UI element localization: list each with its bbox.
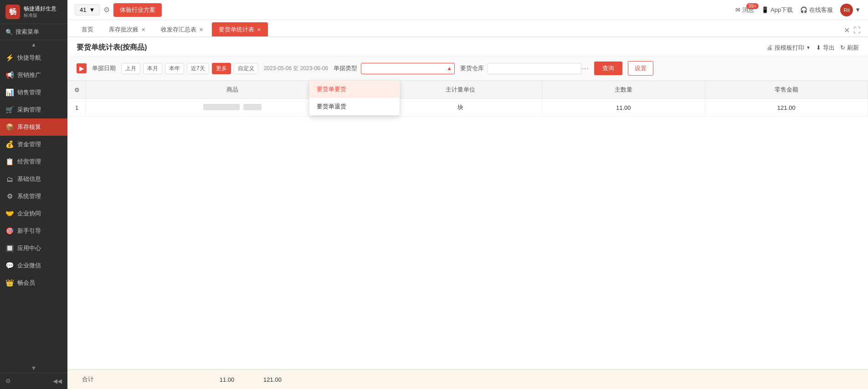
this-year-btn[interactable]: 本年 <box>165 63 184 74</box>
sidebar-nav: ⚡ 快捷导航 📢 营销推广 📊 销售管理 🛒 采购管理 📦 库存核算 💰 资金管… <box>0 49 67 363</box>
col-header-settings[interactable]: ⚙ <box>68 81 86 99</box>
refresh-button[interactable]: ↻ 刷新 <box>840 44 859 52</box>
operations-icon: 📋 <box>5 158 14 166</box>
print-dropdown-icon: ▼ <box>806 45 811 50</box>
custom-date-btn[interactable]: 自定义 <box>234 63 258 74</box>
sidebar-item-operations[interactable]: 📋 经营管理 <box>0 153 67 170</box>
online-service-button[interactable]: 🎧 在线客服 <box>800 6 833 14</box>
tabs-controls: ✕ ⛶ <box>844 26 861 36</box>
sidebar-item-sales[interactable]: 📊 销售管理 <box>0 84 67 101</box>
basics-icon: 🗂 <box>5 175 14 183</box>
sidebar: 畅 畅捷通好生意 标准版 🔍 搜索菜单 ▲ ⚡ 快捷导航 📢 营销推广 📊 销售… <box>0 0 67 389</box>
sidebar-item-basics[interactable]: 🗂 基础信息 <box>0 170 67 188</box>
tab-close-demand-stat[interactable]: ✕ <box>257 27 261 33</box>
query-button[interactable]: 查询 <box>594 61 622 75</box>
sidebar-footer: ⚙ ◀◀ <box>0 373 67 389</box>
app-download-button[interactable]: 📱 App下载 <box>761 6 793 14</box>
store-dropdown-icon: ▼ <box>89 6 95 13</box>
tab-batch-account[interactable]: 库存批次账 ✕ <box>102 22 152 36</box>
warehouse-select-input[interactable] <box>488 63 581 74</box>
avatar-image: Rit <box>840 4 853 16</box>
store-selector[interactable]: 41 ▼ <box>75 4 100 15</box>
warehouse-more-icon[interactable]: ⋯ <box>581 64 589 73</box>
last-7days-btn[interactable]: 近7天 <box>187 63 209 74</box>
inventory-icon: 📦 <box>5 123 14 131</box>
filter-bar: ▶ 单据日期 上月 本月 本年 近7天 更多 自定义 2023-05-06 至 … <box>67 56 868 81</box>
product-code-placeholder <box>243 104 262 110</box>
page-header: 要货单统计表(按商品) 🖨 按模板打印 ▼ ⬇ 导出 ↻ 刷新 <box>67 37 868 56</box>
member-icon: 👑 <box>5 279 14 287</box>
tabs-bar: 首页 库存批次账 ✕ 收发存汇总表 ✕ 要货单统计表 ✕ ✕ ⛶ <box>67 20 868 37</box>
filter-expand-btn[interactable]: ▶ <box>77 63 87 73</box>
sidebar-item-apps[interactable]: 🔲 应用中心 <box>0 240 67 257</box>
tab-close-send-receive[interactable]: ✕ <box>199 27 203 33</box>
sidebar-item-purchase[interactable]: 🛒 采购管理 <box>0 101 67 118</box>
column-settings-icon: ⚙ <box>74 87 80 93</box>
tab-home[interactable]: 首页 <box>75 22 100 36</box>
brand-logo: 畅 <box>5 5 20 19</box>
sidebar-item-inventory[interactable]: 📦 库存核算 <box>0 118 67 136</box>
more-dates-btn[interactable]: 更多 <box>212 63 231 74</box>
service-icon: 🎧 <box>800 6 807 13</box>
sidebar-settings-icon[interactable]: ⚙ <box>5 378 11 384</box>
sidebar-scroll-up[interactable]: ▲ <box>0 40 67 49</box>
topbar: 41 ▼ ⚙ 体验行业方案 ✉ 消息 99+ 📱 App下载 🎧 在线客服 <box>67 0 868 20</box>
sidebar-item-enterprise[interactable]: 🤝 企业协同 <box>0 205 67 222</box>
sidebar-scroll-down[interactable]: ▼ <box>0 363 67 373</box>
sidebar-item-guide[interactable]: 🎯 新手引导 <box>0 222 67 240</box>
sidebar-collapse-btn[interactable]: ◀◀ <box>53 378 62 384</box>
dropdown-item-tuihuo[interactable]: 要货单退货 <box>309 98 400 115</box>
warehouse-filter-section: 要货仓库 ⋯ <box>460 63 589 74</box>
sales-icon: 📊 <box>5 88 14 97</box>
marketing-icon: 📢 <box>5 71 14 79</box>
fullscreen-btn[interactable]: ⛶ <box>853 26 861 35</box>
quick-nav-icon: ⚡ <box>5 54 14 62</box>
row-no: 1 <box>68 99 86 117</box>
purchase-icon: 🛒 <box>5 106 14 114</box>
last-month-btn[interactable]: 上月 <box>121 63 140 74</box>
message-icon: ✉ <box>735 6 740 13</box>
close-tab-btn[interactable]: ✕ <box>844 26 850 35</box>
data-table-container: ⚙ 商品 主计量单位 主数量 零售金额 1 <box>67 81 868 369</box>
main-content: 41 ▼ ⚙ 体验行业方案 ✉ 消息 99+ 📱 App下载 🎧 在线客服 <box>67 0 868 389</box>
finance-icon: 💰 <box>5 140 14 148</box>
date-range-display: 2023-05-06 至 2023-06-06 <box>264 65 328 72</box>
print-button[interactable]: 🖨 按模板打印 ▼ <box>767 44 811 52</box>
topbar-settings-icon[interactable]: ⚙ <box>103 5 110 14</box>
refresh-icon: ↻ <box>840 44 845 51</box>
table-row: 1 块 11.00 121.00 <box>68 99 868 117</box>
sidebar-item-system[interactable]: ⚙ 系统管理 <box>0 188 67 205</box>
guide-icon: 🎯 <box>5 227 14 235</box>
sidebar-header: 畅 畅捷通好生意 标准版 <box>0 0 67 24</box>
date-range-buttons: 上月 本月 本年 近7天 更多 自定义 <box>121 63 258 74</box>
type-select-input[interactable] <box>361 63 455 74</box>
dropdown-item-yaohuo[interactable]: 要货单要货 <box>309 81 400 98</box>
footer-amount: 121.00 <box>250 376 295 383</box>
this-month-btn[interactable]: 本月 <box>143 63 162 74</box>
page-actions: 🖨 按模板打印 ▼ ⬇ 导出 ↻ 刷新 <box>767 44 859 52</box>
tab-demand-stat[interactable]: 要货单统计表 ✕ <box>212 22 268 36</box>
footer-qty: 11.00 <box>204 376 250 383</box>
filter-settings-button[interactable]: 设置 <box>628 61 653 76</box>
enterprise-icon: 🤝 <box>5 210 14 218</box>
row-qty: 11.00 <box>542 99 705 117</box>
wechat-icon: 💬 <box>5 261 14 270</box>
export-button[interactable]: ⬇ 导出 <box>816 44 835 52</box>
user-avatar[interactable]: Rit ▼ <box>840 4 861 16</box>
trial-industry-button[interactable]: 体验行业方案 <box>113 3 162 17</box>
sidebar-item-finance[interactable]: 💰 资金管理 <box>0 136 67 153</box>
system-icon: ⚙ <box>5 192 14 200</box>
page-content: 要货单统计表(按商品) 🖨 按模板打印 ▼ ⬇ 导出 ↻ 刷新 ▶ <box>67 37 868 389</box>
search-menu[interactable]: 🔍 搜索菜单 <box>0 24 67 40</box>
tab-send-receive[interactable]: 收发存汇总表 ✕ <box>154 22 210 36</box>
sidebar-item-quick-nav[interactable]: ⚡ 快捷导航 <box>0 49 67 67</box>
product-name-placeholder <box>203 104 240 110</box>
sidebar-item-marketing[interactable]: 📢 营销推广 <box>0 67 67 84</box>
topbar-left: 41 ▼ ⚙ 体验行业方案 <box>75 3 162 17</box>
messages-button[interactable]: ✉ 消息 99+ <box>735 6 754 14</box>
sidebar-item-member[interactable]: 👑 畅会员 <box>0 274 67 292</box>
tab-close-batch-account[interactable]: ✕ <box>141 27 145 33</box>
row-unit: 块 <box>379 99 542 117</box>
sidebar-item-wechat[interactable]: 💬 企业微信 <box>0 257 67 274</box>
export-icon: ⬇ <box>816 44 821 51</box>
